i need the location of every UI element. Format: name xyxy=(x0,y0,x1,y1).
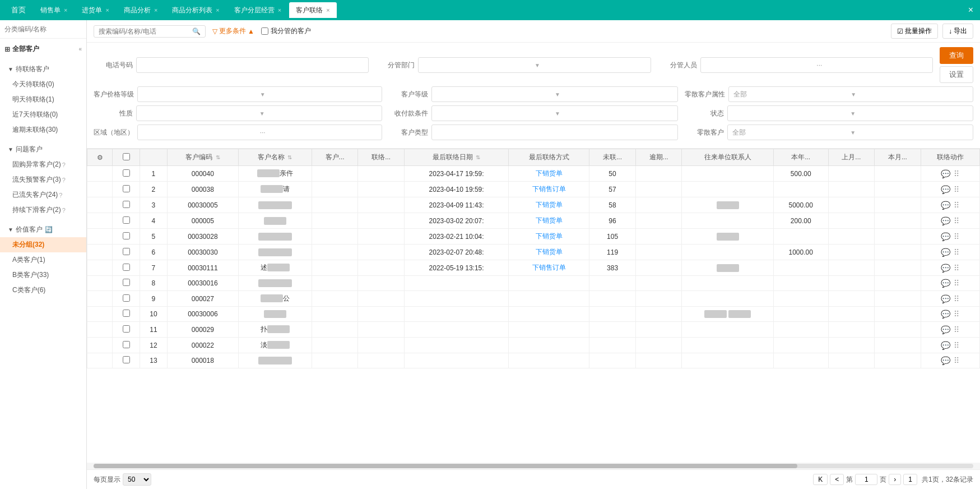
sidebar-item-class-a[interactable]: A类客户(1) xyxy=(0,252,86,267)
th-name[interactable]: 客户名称 ⇅ xyxy=(238,149,312,166)
close-tab-customer-contact[interactable]: × xyxy=(326,7,329,13)
th-type[interactable]: 客户... xyxy=(312,149,358,166)
filter-search-icon[interactable]: 🔍 xyxy=(192,27,201,35)
sidebar-item-overdue[interactable]: 逾期未联络(30) xyxy=(0,122,86,137)
more-icon-9[interactable]: ⠿ xyxy=(954,294,959,303)
more-icon-11[interactable]: ⠿ xyxy=(954,325,959,334)
more-icon-13[interactable]: ⠿ xyxy=(954,356,959,365)
row-checkbox-12[interactable] xyxy=(123,341,130,348)
dept-select[interactable]: ▼ xyxy=(418,57,651,73)
region-dots[interactable]: ··· xyxy=(258,128,378,136)
method-link-1[interactable]: 下销货单 xyxy=(536,169,563,177)
page-last-btn[interactable]: 1 xyxy=(903,474,917,485)
collapse-btn[interactable]: « xyxy=(78,46,82,52)
row-checkbox-11[interactable] xyxy=(123,325,130,333)
filter-search-input[interactable] xyxy=(99,27,192,35)
nav-tab-purchase[interactable]: 进货单 × xyxy=(75,2,115,18)
sidebar-item-churned[interactable]: 已流失客户(24) ? xyxy=(0,187,86,202)
method-link-7[interactable]: 下销售订单 xyxy=(532,264,566,271)
price-level-select[interactable]: ▼ xyxy=(137,86,382,102)
my-customers-check[interactable] xyxy=(261,27,268,35)
more-icon-7[interactable]: ⠿ xyxy=(954,264,959,273)
row-checkbox-2[interactable] xyxy=(123,185,130,192)
th-overdue[interactable]: 逾期... xyxy=(635,149,682,166)
nav-tab-customer-contact[interactable]: 客户联络 × xyxy=(289,2,336,18)
chat-icon-5[interactable]: 💬 xyxy=(941,232,950,241)
sidebar-item-ungroup[interactable]: 未分组(32) xyxy=(0,237,86,252)
th-settings[interactable]: ⚙ xyxy=(87,149,113,166)
sidebar-item-today[interactable]: 今天待联络(0) xyxy=(0,77,86,92)
row-checkbox-13[interactable] xyxy=(123,356,130,363)
page-prev-btn[interactable]: < xyxy=(830,474,844,485)
sidebar-value-header[interactable]: ▼ 价值客户 🔄 xyxy=(0,222,86,237)
row-checkbox-4[interactable] xyxy=(123,216,130,224)
sidebar-item-declining[interactable]: 持续下滑客户(2) ? xyxy=(0,202,86,218)
th-contact[interactable]: 联络... xyxy=(358,149,405,166)
chat-icon-12[interactable]: 💬 xyxy=(941,341,950,350)
close-tab-sales[interactable]: × xyxy=(64,7,67,13)
th-last-method[interactable]: 最后联络方式 xyxy=(509,149,589,166)
chat-icon-3[interactable]: 💬 xyxy=(941,201,950,210)
chat-icon-6[interactable]: 💬 xyxy=(941,248,950,257)
more-icon-2[interactable]: ⠿ xyxy=(954,185,959,194)
td-check[interactable] xyxy=(113,166,140,182)
more-icon-6[interactable]: ⠿ xyxy=(954,248,959,257)
chat-icon-2[interactable]: 💬 xyxy=(941,185,950,194)
close-tab-customer-mgmt[interactable]: × xyxy=(278,7,281,13)
nav-tab-analysis[interactable]: 商品分析 × xyxy=(117,2,164,18)
sidebar-item-class-c[interactable]: C类客户(6) xyxy=(0,283,86,298)
page-first-btn[interactable]: K xyxy=(813,474,828,485)
phone-input[interactable] xyxy=(136,57,369,73)
row-checkbox-9[interactable] xyxy=(123,294,130,302)
chat-icon[interactable]: 💬 xyxy=(941,169,950,178)
sidebar-search-input[interactable] xyxy=(4,25,87,33)
close-tab-analysis-list[interactable]: × xyxy=(216,7,219,13)
chat-icon-9[interactable]: 💬 xyxy=(941,294,950,303)
th-last-date[interactable]: 最后联络日期 ⇅ xyxy=(404,149,508,166)
more-icon[interactable]: ⠿ xyxy=(954,169,959,178)
method-link-2[interactable]: 下销售订单 xyxy=(532,185,566,193)
sidebar-item-class-b[interactable]: B类客户(33) xyxy=(0,267,86,283)
nav-tab-customer-mgmt[interactable]: 客户分层经营 × xyxy=(227,2,288,18)
page-next-btn[interactable]: › xyxy=(889,474,901,485)
th-inter[interactable]: 往来单位联系人 xyxy=(682,149,773,166)
chat-icon-4[interactable]: 💬 xyxy=(941,216,950,225)
th-checkbox[interactable] xyxy=(113,149,140,166)
close-tab-purchase[interactable]: × xyxy=(105,7,109,13)
query-button[interactable]: 查询 xyxy=(940,47,973,64)
row-checkbox-7[interactable] xyxy=(123,264,130,271)
sidebar-all-customers[interactable]: ⊞ 全部客户 « xyxy=(0,41,86,57)
sidebar-pending-header[interactable]: ▼ 待联络客户 xyxy=(0,62,86,77)
export-button[interactable]: ↓ 导出 xyxy=(942,24,973,39)
td-last-method[interactable]: 下销货单 xyxy=(509,166,589,182)
chat-icon-8[interactable]: 💬 xyxy=(941,279,950,288)
sidebar-item-abnormal[interactable]: 固购异常客户(2) ? xyxy=(0,157,86,172)
window-close-button[interactable]: × xyxy=(966,3,976,17)
more-icon-4[interactable]: ⠿ xyxy=(954,216,959,225)
row-checkbox-10[interactable] xyxy=(123,310,130,317)
th-action[interactable]: 联络动作 xyxy=(921,149,979,166)
batch-op-button[interactable]: ☑ 批量操作 xyxy=(891,24,938,39)
nav-home[interactable]: 首页 xyxy=(4,2,32,18)
retail-customer-select[interactable]: 全部 ▼ xyxy=(727,124,973,140)
th-code[interactable]: 客户编码 ⇅ xyxy=(167,149,238,166)
nav-tab-sales[interactable]: 销售单 × xyxy=(34,2,74,18)
manager-dots[interactable]: ··· xyxy=(814,61,928,69)
method-link-4[interactable]: 下销货单 xyxy=(536,216,563,224)
method-link-3[interactable]: 下销货单 xyxy=(536,201,563,209)
chat-icon-13[interactable]: 💬 xyxy=(941,356,950,365)
row-checkbox-5[interactable] xyxy=(123,232,130,239)
row-checkbox-6[interactable] xyxy=(123,248,130,255)
sidebar-item-tomorrow[interactable]: 明天待联络(1) xyxy=(0,92,86,107)
customer-type-select[interactable] xyxy=(431,124,677,140)
close-tab-analysis[interactable]: × xyxy=(154,7,157,13)
status-select[interactable]: ▼ xyxy=(727,105,973,121)
row-checkbox-8[interactable] xyxy=(123,279,130,286)
th-year[interactable]: 本年... xyxy=(773,149,828,166)
th-this-month[interactable]: 本月... xyxy=(875,149,921,166)
chat-icon-10[interactable]: 💬 xyxy=(941,310,950,319)
row-checkbox-3[interactable] xyxy=(123,201,130,208)
my-customers-checkbox[interactable]: 我分管的客户 xyxy=(261,26,311,36)
customer-level-select[interactable]: ▼ xyxy=(431,86,677,102)
payment-select[interactable]: ▼ xyxy=(431,105,677,121)
